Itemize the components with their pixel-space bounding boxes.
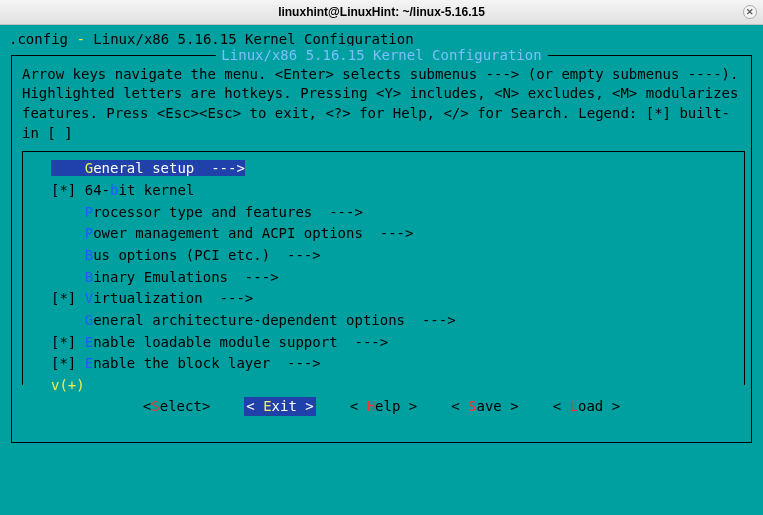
window-title: linuxhint@LinuxHint: ~/linux-5.16.15 — [278, 5, 485, 19]
dialog-button-2[interactable]: < Help > — [350, 397, 417, 416]
menu-item-1[interactable]: [*] 64-bit kernel — [51, 180, 716, 202]
help-text: Arrow keys navigate the menu. <Enter> se… — [22, 65, 741, 143]
menu-item-8[interactable]: [*] Enable loadable module support ---> — [51, 332, 716, 354]
button-row: <Select>< Exit >< Help >< Save >< Load > — [22, 385, 741, 424]
menu-item-9[interactable]: [*] Enable the block layer ---> — [51, 353, 716, 375]
dialog-button-1[interactable]: < Exit > — [244, 397, 315, 416]
menu-item-5[interactable]: Binary Emulations ---> — [51, 267, 716, 289]
menu-item-0[interactable]: General setup ---> — [51, 158, 716, 180]
menu-item-7[interactable]: General architecture-dependent options -… — [51, 310, 716, 332]
menu-item-3[interactable]: Power management and ACPI options ---> — [51, 223, 716, 245]
menu-item-4[interactable]: Bus options (PCI etc.) ---> — [51, 245, 716, 267]
menu-item-6[interactable]: [*] Virtualization ---> — [51, 288, 716, 310]
menu-list: General setup --->[*] 64-bit kernel Proc… — [22, 151, 745, 385]
terminal-area: .config - Linux/x86 5.16.15 Kernel Confi… — [0, 25, 763, 515]
menu-item-2[interactable]: Processor type and features ---> — [51, 202, 716, 224]
dialog-button-0[interactable]: <Select> — [143, 397, 210, 416]
close-icon[interactable]: ✕ — [743, 5, 757, 19]
main-dialog: Linux/x86 5.16.15 Kernel Configuration A… — [11, 55, 752, 443]
window-titlebar: linuxhint@LinuxHint: ~/linux-5.16.15 ✕ — [0, 0, 763, 25]
dialog-button-4[interactable]: < Load > — [553, 397, 620, 416]
dialog-button-3[interactable]: < Save > — [451, 397, 518, 416]
dialog-title: Linux/x86 5.16.15 Kernel Configuration — [215, 46, 547, 65]
